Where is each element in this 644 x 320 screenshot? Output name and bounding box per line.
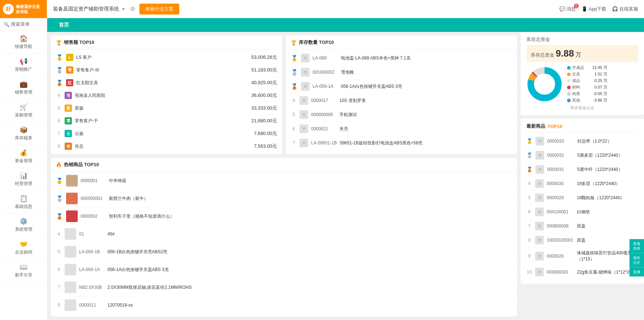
experience-button[interactable]: 体验行业方案 xyxy=(139,4,179,15)
medal-icon: 🥈 xyxy=(291,69,298,76)
sidebar-item-shortcuts[interactable]: 🏠 快捷导航 xyxy=(0,31,47,54)
new-product-row: 10 图 003800001 22g鱼豆腐-烧烤味（1*12*20） xyxy=(526,265,638,279)
product-thumb: 图 xyxy=(299,96,308,105)
float-btn-hotline[interactable]: 客服热线 xyxy=(629,239,644,253)
sidebar-item-cooperation[interactable]: 🤝 企业协同 xyxy=(0,237,47,259)
rank-number: 6 xyxy=(56,267,62,272)
medal-icon: 🥉 xyxy=(526,167,533,172)
product-thumb: 图 xyxy=(299,110,308,119)
customer-name: 苍南县人民医院 xyxy=(75,93,248,99)
app-download-button[interactable]: 📱 App下载 xyxy=(582,6,606,12)
product-name: 18多层（1220*2440） xyxy=(577,181,638,187)
inventory-chart-area: 半成品 12.45 万 文具 1.01 万 成品 0.25 万 材料 0.07 … xyxy=(526,65,638,103)
dropdown-arrow-icon[interactable]: ▼ xyxy=(121,7,126,12)
message-badge: 6 xyxy=(574,4,579,8)
sidebar-item-operations[interactable]: 📊 经营管理 xyxy=(0,168,47,191)
sidebar-item-sales[interactable]: 💼 销售管理 xyxy=(0,77,47,99)
float-btn-live[interactable]: 直播 xyxy=(629,267,644,276)
customer-name: 零售客户-许 xyxy=(76,67,248,73)
product-code: 0000028 xyxy=(547,254,574,259)
sidebar-item-marketing[interactable]: 📢 营销推广 xyxy=(0,54,47,77)
legend-dot xyxy=(567,79,571,83)
inventory-rank-row: 🥈 图 001000002 雪地靴 xyxy=(286,65,517,79)
sales-icon: 💼 xyxy=(20,80,28,88)
product-code: 000800005 xyxy=(311,112,337,117)
hot-products-list: 🥇 0000001 中华神器 🥈 000500001 新西兰牛肉（新牛） 🥉 0… xyxy=(51,172,517,316)
sidebar-item-purchase[interactable]: 🛒 采购管理 xyxy=(0,99,47,122)
sales-rank-row: 5 星 星扬 33,333.00元 xyxy=(51,102,282,115)
legend-item: 其他 -3.86 万 xyxy=(567,98,607,103)
hot-product-row: 8 0000011 12070519-xs xyxy=(51,296,517,314)
product-thumb: 图 xyxy=(301,54,310,62)
product-thumb: 图 xyxy=(535,165,544,174)
rank-number: 6 xyxy=(56,118,62,123)
product-thumb: 图 xyxy=(535,179,544,188)
hot-product-row: 🥈 000500001 新西兰牛肉（新牛） xyxy=(51,190,517,208)
sales-amount: 53,006.26元 xyxy=(251,54,277,61)
customer-name: LS 客户 xyxy=(76,54,248,61)
search-icon: 🔍 xyxy=(4,22,9,27)
product-code: LA-056-1A xyxy=(79,267,105,272)
legend-dot xyxy=(567,92,571,96)
customer-badge: 苍 xyxy=(65,92,72,99)
sales-amount: 36,600.00元 xyxy=(251,92,277,99)
home-tab[interactable]: 首页 xyxy=(53,18,75,32)
product-code: LA-59651-1B xyxy=(311,140,337,145)
product-name: 12070519-xs xyxy=(107,303,512,308)
app-logo: 好 畅捷通好生意 标准版 xyxy=(0,0,47,18)
inventory-unit: 万 xyxy=(575,52,581,58)
float-btn-community[interactable]: 服务社区 xyxy=(629,253,644,267)
rank-number: 6 xyxy=(291,126,297,131)
sales-amount: 51,183.00元 xyxy=(251,67,277,73)
product-name: 新西兰牛肉（新牛） xyxy=(109,196,512,202)
new-product-row: 7 图 000800008 原盖 xyxy=(526,219,638,233)
customer-badge: L xyxy=(66,54,73,61)
search-menu-button[interactable]: 🔍 搜索菜单 xyxy=(4,21,43,28)
medal-icon: 🥉 xyxy=(56,213,63,220)
medal-icon: 🥇 xyxy=(526,138,533,144)
cooperation-icon: 🤝 xyxy=(20,240,28,248)
rank-number: 6 xyxy=(526,209,532,214)
hot-products-title: 🔥 热销商品 TOP10 xyxy=(51,158,517,172)
message-button[interactable]: 💬 6 消息 xyxy=(559,6,576,12)
new-products-card: 最新商品 TOP10 🥇 图 0000033 封边带（1.0*22） 🥈 图 0… xyxy=(521,119,644,284)
product-code: 0000030 xyxy=(547,181,574,186)
hot-products-panel: 🔥 热销商品 TOP10 🥇 0000001 中华神器 🥈 000500001 … xyxy=(51,158,517,316)
online-service-button[interactable]: 🎧 在线客服 xyxy=(612,6,638,12)
product-thumb: 图 xyxy=(535,268,544,276)
product-name: 18颗粒板（1220*2440） xyxy=(577,195,638,201)
settings-icon[interactable]: ⚙ xyxy=(130,5,135,12)
sales-rank-row: 🥇 L LS 客户 53,006.26元 xyxy=(51,51,282,64)
product-thumb xyxy=(65,264,76,275)
product-code: 0000001 xyxy=(81,178,106,183)
product-name: 5厘多层（1220*2440） xyxy=(577,152,638,159)
sales-amount: 21,680.00元 xyxy=(251,118,277,124)
medal-icon: 🥉 xyxy=(56,79,63,86)
product-thumb: 图 xyxy=(535,193,544,202)
new-product-row: 🥇 图 0000033 封边带（1.0*22） xyxy=(526,134,638,148)
inventory-amount-label: 库存总资金 xyxy=(531,52,556,58)
sidebar-item-guide[interactable]: 📖 新手引导 xyxy=(0,259,47,282)
sales-rank-panel: 🏆 销售额 TOP10 🥇 L LS 客户 53,006.26元 🥈 零 零售客… xyxy=(51,36,282,154)
product-code: 0000032 xyxy=(547,153,574,158)
page-nav: 首页 xyxy=(47,18,644,32)
sidebar-search-area[interactable]: 🔍 搜索菜单 xyxy=(0,18,47,31)
product-name: 45# xyxy=(107,231,512,237)
product-name: 056-1A白色按键开关盖ABS 3壳 xyxy=(341,83,512,90)
hot-product-row: 4 01 45# xyxy=(51,225,517,243)
product-thumb xyxy=(66,210,78,222)
sidebar-item-basic-info[interactable]: 📋 基础信息 xyxy=(0,191,47,214)
sidebar-item-system[interactable]: ⚙️ 系统管理 xyxy=(0,214,47,237)
rank-number: 7 xyxy=(56,131,62,136)
guide-icon: 📖 xyxy=(20,263,28,271)
rank-number: 9 xyxy=(526,254,532,259)
medal-icon: 🥈 xyxy=(526,152,533,158)
sidebar-item-inventory[interactable]: 📦 库存核算 xyxy=(0,122,47,145)
product-name: 中华神器 xyxy=(109,178,512,184)
rank-number: 8 xyxy=(56,144,62,149)
hot-product-row: 🥇 0000001 中华神器 xyxy=(51,172,517,190)
customer-badge: 星 xyxy=(65,104,72,112)
customer-badge: 零 xyxy=(66,66,73,74)
sales-rank-row: 🥉 红 红太阳文具 40,925.00元 xyxy=(51,77,282,89)
sidebar-item-finance[interactable]: 💰 资金管理 xyxy=(0,145,47,168)
